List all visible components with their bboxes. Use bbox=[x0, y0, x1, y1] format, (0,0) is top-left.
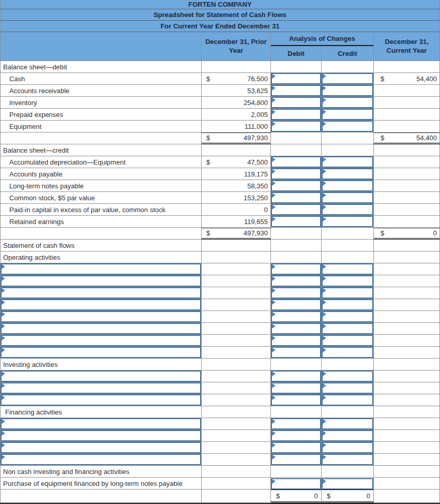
empty-cell bbox=[374, 442, 440, 454]
empty-cell bbox=[322, 406, 374, 418]
credit-input[interactable] bbox=[322, 382, 373, 394]
debit-input[interactable] bbox=[271, 478, 321, 490]
debit-input[interactable] bbox=[271, 263, 321, 275]
debit-input[interactable] bbox=[271, 156, 321, 168]
debit-cell bbox=[271, 156, 322, 168]
description-input[interactable] bbox=[1, 311, 201, 322]
credit-input[interactable] bbox=[322, 311, 373, 322]
credit-input[interactable] bbox=[322, 347, 373, 358]
description-input[interactable] bbox=[1, 335, 201, 346]
credit-input[interactable] bbox=[322, 156, 373, 168]
description-input[interactable] bbox=[1, 323, 201, 334]
credit-input[interactable] bbox=[322, 192, 373, 203]
debit-input[interactable] bbox=[271, 97, 321, 108]
credit-cell bbox=[322, 204, 374, 216]
description-input[interactable] bbox=[1, 287, 201, 299]
description-cell bbox=[0, 275, 202, 287]
debit-input[interactable] bbox=[271, 335, 321, 346]
credit-input[interactable] bbox=[322, 168, 373, 180]
debit-input[interactable] bbox=[271, 85, 321, 96]
description-input[interactable] bbox=[1, 370, 201, 382]
credit-input[interactable] bbox=[322, 454, 373, 465]
description-input[interactable] bbox=[1, 382, 201, 394]
debit-input[interactable] bbox=[271, 275, 321, 287]
empty-cell bbox=[202, 418, 271, 430]
credit-input[interactable] bbox=[322, 418, 373, 429]
amount: 497,930 bbox=[244, 134, 268, 142]
credit-input[interactable] bbox=[322, 275, 373, 287]
debit-input[interactable] bbox=[271, 192, 321, 203]
credit-input[interactable] bbox=[322, 73, 373, 84]
credit-input[interactable] bbox=[322, 263, 373, 275]
empty-cell bbox=[374, 61, 440, 73]
debit-input[interactable] bbox=[271, 109, 321, 120]
credit-input[interactable] bbox=[322, 109, 373, 120]
dropdown-marker-icon bbox=[323, 74, 326, 79]
credit-input[interactable] bbox=[322, 204, 373, 215]
description-input[interactable] bbox=[1, 394, 201, 406]
credit-input[interactable] bbox=[322, 335, 373, 346]
description-input[interactable] bbox=[1, 454, 201, 465]
debit-input[interactable] bbox=[271, 168, 321, 180]
description-input[interactable] bbox=[1, 275, 201, 287]
debit-input[interactable] bbox=[271, 454, 321, 465]
credit-input[interactable] bbox=[322, 478, 373, 490]
debit-input[interactable] bbox=[271, 347, 321, 358]
dropdown-marker-icon bbox=[2, 348, 5, 352]
debit-input[interactable] bbox=[271, 216, 321, 227]
debit-input[interactable] bbox=[271, 370, 321, 382]
current-year-total: $0 bbox=[374, 228, 440, 240]
description-input[interactable] bbox=[1, 418, 201, 429]
debit-input[interactable] bbox=[271, 311, 321, 322]
credit-input[interactable] bbox=[322, 394, 373, 406]
description-input[interactable] bbox=[1, 347, 201, 358]
debit-input[interactable] bbox=[271, 323, 321, 334]
credit-input[interactable] bbox=[322, 442, 373, 453]
debit-cell bbox=[271, 121, 322, 132]
debit-input[interactable] bbox=[271, 299, 321, 310]
amount: 76,500 bbox=[247, 75, 268, 83]
row-label: Long-term notes payable bbox=[0, 180, 202, 192]
description-input[interactable] bbox=[1, 430, 201, 441]
empty-cell bbox=[271, 406, 322, 418]
table-row: Financing activities bbox=[0, 406, 440, 418]
description-input[interactable] bbox=[1, 299, 201, 310]
prior-year-value: 2,005 bbox=[202, 109, 271, 121]
credit-input[interactable] bbox=[322, 85, 373, 96]
debit-input[interactable] bbox=[271, 204, 321, 215]
dropdown-marker-icon bbox=[323, 98, 326, 102]
debit-input[interactable] bbox=[271, 394, 321, 406]
amount: 497,930 bbox=[244, 229, 268, 237]
amount: 58,350 bbox=[247, 182, 268, 190]
description-input[interactable] bbox=[1, 263, 201, 275]
debit-input[interactable] bbox=[271, 430, 321, 441]
dropdown-marker-icon bbox=[323, 205, 326, 210]
empty-cell bbox=[374, 382, 440, 394]
credit-input[interactable] bbox=[322, 299, 373, 310]
prior-year-value: 119,655 bbox=[202, 216, 271, 228]
credit-input[interactable] bbox=[322, 121, 373, 132]
empty-cell bbox=[322, 240, 374, 251]
debit-input[interactable] bbox=[271, 73, 321, 84]
empty-cell bbox=[374, 430, 440, 442]
credit-input[interactable] bbox=[322, 430, 373, 441]
credit-input[interactable] bbox=[322, 216, 373, 227]
credit-input[interactable] bbox=[322, 180, 373, 191]
col-header-current-year: December 31, Current Year bbox=[374, 32, 440, 61]
debit-input[interactable] bbox=[271, 418, 321, 429]
credit-input[interactable] bbox=[322, 97, 373, 108]
debit-input[interactable] bbox=[271, 121, 321, 132]
empty-cell bbox=[374, 478, 440, 490]
credit-cell bbox=[322, 275, 374, 287]
credit-input[interactable] bbox=[322, 370, 373, 382]
credit-input[interactable] bbox=[322, 287, 373, 299]
debit-input[interactable] bbox=[271, 442, 321, 453]
description-cell bbox=[0, 394, 202, 406]
debit-input[interactable] bbox=[271, 382, 321, 394]
credit-input[interactable] bbox=[322, 323, 373, 334]
description-input[interactable] bbox=[1, 442, 201, 453]
empty-cell bbox=[271, 359, 322, 370]
credit-cell bbox=[322, 192, 374, 204]
debit-input[interactable] bbox=[271, 287, 321, 299]
debit-input[interactable] bbox=[271, 180, 321, 191]
